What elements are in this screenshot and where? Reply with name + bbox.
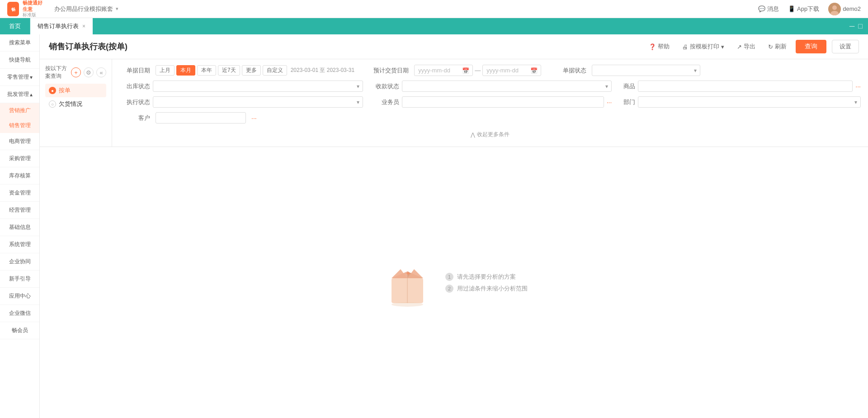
- delivery-status-select[interactable]: [153, 81, 363, 92]
- sidebar-item-inventory[interactable]: 库存核算: [0, 167, 39, 185]
- sidebar-item-system[interactable]: 系统管理: [0, 236, 39, 253]
- goods-label: 商品: [617, 82, 635, 90]
- content-area: 销售订单执行表(按单) ❓ 帮助 🖨 按模板打印 ▾ ↗ 导出 ↻ 刷新: [40, 34, 868, 418]
- sidebar-item-member[interactable]: 畅会员: [0, 322, 39, 339]
- customer-ellipsis-btn[interactable]: ···: [251, 114, 257, 122]
- sidebar-item-search[interactable]: 搜索菜单: [0, 34, 39, 52]
- filter-row-4: 客户 ···: [119, 112, 861, 124]
- scheme-inactive-icon: ○: [49, 100, 56, 108]
- nav-dropdown-icon[interactable]: ▾: [116, 6, 118, 12]
- date-input-group: 📅 — 📅: [414, 65, 541, 76]
- status-select-wrapper: [592, 65, 700, 76]
- date-btn-7days[interactable]: 近7天: [218, 65, 240, 76]
- status-select[interactable]: [592, 65, 700, 76]
- tab-home[interactable]: 首页: [0, 18, 30, 34]
- exec-status-label: 执行状态: [119, 98, 150, 106]
- exec-status-select[interactable]: [153, 96, 363, 108]
- sidebar-item-purchase[interactable]: 采购管理: [0, 150, 39, 167]
- sidebar-item-newbie[interactable]: 新手引导: [0, 271, 39, 288]
- page-header-actions: ❓ 帮助 🖨 按模板打印 ▾ ↗ 导出 ↻ 刷新 查询 设置: [645, 40, 859, 59]
- step1-num: 1: [445, 273, 453, 281]
- message-btn[interactable]: 💬 消息: [758, 5, 779, 13]
- svg-text:畅: 畅: [11, 7, 15, 12]
- user-menu[interactable]: demo2: [828, 3, 861, 15]
- sidebar-item-quick-nav[interactable]: 快捷导航: [0, 52, 39, 69]
- download-icon: 📱: [788, 5, 795, 12]
- dept-label: 部门: [617, 98, 635, 106]
- print-icon: 🖨: [682, 43, 688, 50]
- sidebar-item-ecommerce[interactable]: 电商管理: [0, 133, 39, 150]
- payment-status-wrapper: [402, 81, 612, 92]
- refresh-icon: ↻: [768, 43, 773, 50]
- minimize-btn[interactable]: ─: [849, 23, 854, 30]
- exec-status-wrapper: [153, 96, 363, 108]
- date-btn-last-month[interactable]: 上月: [156, 65, 175, 76]
- export-btn[interactable]: ↗ 导出: [733, 41, 759, 52]
- date-btn-custom[interactable]: 自定义: [263, 65, 287, 76]
- scheme-item-order[interactable]: ● 按单: [45, 84, 106, 97]
- logo-area: 畅 畅捷通好生意 标准版: [7, 0, 47, 17]
- sidebar: 搜索菜单 快捷导航 零售管理 ▾ 批发管理 ▴ 营销推广 销售管理 电商管理 采…: [0, 34, 40, 418]
- sidebar-item-wholesale[interactable]: 批发管理 ▴: [0, 86, 39, 103]
- dept-wrapper: [638, 96, 861, 108]
- salesman-ellipsis-btn[interactable]: ···: [607, 99, 612, 106]
- logo-text: 畅捷通好生意 标准版: [23, 0, 47, 17]
- sidebar-item-apps[interactable]: 应用中心: [0, 288, 39, 305]
- step2-num: 2: [445, 285, 453, 293]
- query-btn[interactable]: 查询: [796, 40, 826, 53]
- date-filter-btns: 上月 本月 本年 近7天 更多 自定义 2023-03-01 至 2023-03…: [156, 65, 354, 76]
- top-right-actions: 💬 消息 📱 App下载 demo2: [758, 3, 861, 15]
- sidebar-section-sales[interactable]: 销售管理: [0, 118, 39, 133]
- date-btn-this-year[interactable]: 本年: [197, 65, 216, 76]
- goods-input[interactable]: [638, 81, 853, 92]
- payment-status-cell: 收款状态: [368, 81, 612, 92]
- payment-status-select[interactable]: [402, 81, 612, 92]
- date-btn-more[interactable]: 更多: [242, 65, 261, 76]
- date-start-wrapper: 📅: [414, 65, 473, 76]
- sidebar-section-marketing[interactable]: 营销推广: [0, 103, 39, 118]
- dept-select[interactable]: [638, 96, 861, 108]
- customer-label: 客户: [119, 114, 150, 122]
- svg-text:✦: ✦: [405, 270, 411, 277]
- scheme-item-shortage[interactable]: ○ 欠货情况: [45, 97, 106, 111]
- goods-ellipsis-btn[interactable]: ···: [855, 83, 861, 90]
- sidebar-item-finance[interactable]: 资金管理: [0, 185, 39, 202]
- customer-input[interactable]: [156, 112, 246, 124]
- left-side-panel: 按以下方案查询 + ⚙ « ● 按单 ○ 欠货情况: [40, 59, 112, 147]
- empty-step2: 2 用过滤条件来缩小分析范围: [445, 285, 528, 293]
- cal-start-icon: 📅: [462, 67, 469, 74]
- app-download-btn[interactable]: 📱 App下载: [788, 5, 819, 13]
- help-btn[interactable]: ❓ 帮助: [645, 41, 673, 52]
- empty-illustration: ✦: [380, 256, 434, 310]
- sidebar-item-enterprise[interactable]: 企业协同: [0, 253, 39, 271]
- help-icon: ❓: [649, 43, 656, 50]
- filter-row-1: 单据日期 上月 本月 本年 近7天 更多 自定义 2023-03-01 至 20…: [119, 65, 861, 76]
- svg-point-3: [832, 5, 837, 10]
- page-title: 销售订单执行表(按单): [49, 41, 127, 57]
- add-scheme-btn[interactable]: +: [71, 67, 81, 77]
- date-end-wrapper: 📅: [482, 65, 541, 76]
- print-btn[interactable]: 🖨 按模板打印 ▾: [679, 41, 728, 52]
- tab-close-btn[interactable]: ×: [82, 23, 85, 29]
- settings-btn[interactable]: 设置: [832, 40, 859, 53]
- sidebar-item-wechat[interactable]: 企业微信: [0, 305, 39, 322]
- refresh-btn[interactable]: ↻ 刷新: [764, 41, 790, 52]
- top-header: 畅 畅捷通好生意 标准版 办公用品行业模拟账套 ▾ 💬 消息 📱 App下载: [0, 0, 868, 18]
- settings-scheme-btn[interactable]: ⚙: [84, 67, 94, 77]
- tab-active[interactable]: 销售订单执行表 ×: [30, 18, 93, 34]
- salesman-input[interactable]: [402, 96, 604, 108]
- maximize-btn[interactable]: □: [858, 23, 863, 30]
- logo-icon: 畅: [7, 2, 19, 16]
- collapse-bar[interactable]: ⋀ 收起更多条件: [119, 128, 861, 141]
- sidebar-item-retail[interactable]: 零售管理 ▾: [0, 69, 39, 86]
- payment-status-label: 收款状态: [368, 82, 399, 90]
- sidebar-item-basic[interactable]: 基础信息: [0, 219, 39, 236]
- delivery-status-cell: 出库状态: [119, 81, 363, 92]
- svg-point-12: [392, 302, 423, 307]
- message-icon: 💬: [758, 5, 765, 12]
- date-dash: —: [475, 67, 481, 74]
- date-btn-this-month[interactable]: 本月: [176, 65, 195, 76]
- collapse-panel-btn[interactable]: «: [96, 67, 106, 77]
- status-label: 单据状态: [556, 66, 586, 75]
- sidebar-item-operations[interactable]: 经营管理: [0, 202, 39, 219]
